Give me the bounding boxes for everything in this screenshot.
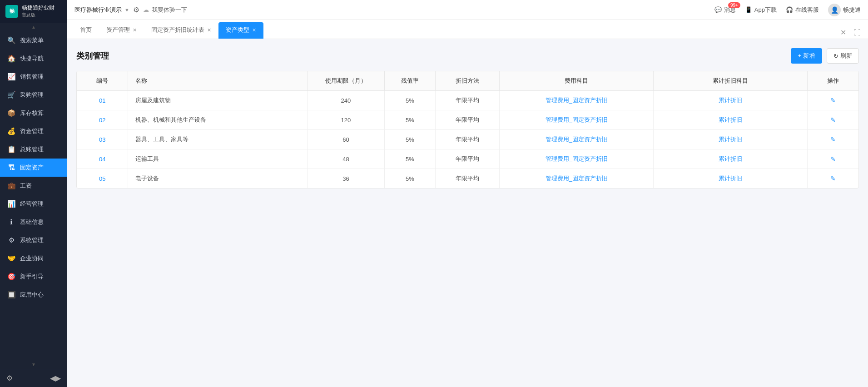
- new-button[interactable]: + 新增: [791, 48, 822, 64]
- sidebar-item-cooperation[interactable]: 🤝 企业协同: [0, 249, 67, 268]
- tabbar-actions: ✕ ⛶: [838, 26, 863, 39]
- sidebar-item-app-center[interactable]: 🔲 应用中心: [0, 286, 67, 304]
- guide-icon: 🎯: [7, 273, 15, 281]
- collapse-icon[interactable]: ◀▶: [50, 374, 61, 382]
- cell-depreciation-method: 年限平均: [436, 110, 500, 130]
- sidebar-item-fixed-assets[interactable]: 🏗 固定资产: [0, 159, 67, 177]
- cell-cost-subject: 管理费用_固定资产折旧: [500, 91, 654, 110]
- cell-accum-subject: 累计折旧: [654, 169, 808, 189]
- tab-home[interactable]: 首页: [73, 22, 99, 39]
- tab-expand-icon[interactable]: ⛶: [852, 27, 863, 39]
- settings-icon[interactable]: ⚙: [6, 374, 13, 382]
- cell-accum-subject: 累计折旧: [654, 91, 808, 110]
- tab-asset-types-close[interactable]: ✕: [252, 27, 256, 33]
- cell-accum-subject: 累计折旧: [654, 110, 808, 130]
- tab-fixed-assets-table[interactable]: 固定资产折旧统计表 ✕: [144, 22, 218, 39]
- operations-icon: 📊: [7, 200, 15, 208]
- page-header: 类别管理 + 新增 ↻ 刷新: [76, 48, 859, 64]
- cell-period: 48: [308, 149, 384, 169]
- sidebar-item-payroll[interactable]: 💼 工资: [0, 177, 67, 195]
- sidebar-item-operations-label: 经营管理: [20, 200, 44, 208]
- cell-period: 36: [308, 169, 384, 189]
- sidebar-item-quick-nav-label: 快捷导航: [20, 55, 44, 63]
- cell-residual-rate: 5%: [384, 91, 436, 110]
- purchase-icon: 🛒: [7, 91, 15, 99]
- edit-button[interactable]: ✎: [830, 155, 836, 163]
- cell-code: 05: [77, 169, 128, 189]
- experience-button[interactable]: ☁ 我要体验一下: [143, 6, 187, 14]
- tab-asset-types[interactable]: 资产类型 ✕: [218, 22, 263, 39]
- edit-button[interactable]: ✎: [830, 116, 836, 124]
- customer-service-button[interactable]: 🎧 在线客服: [786, 6, 819, 14]
- tab-asset-types-label: 资产类型: [226, 26, 249, 34]
- refresh-button[interactable]: ↻ 刷新: [827, 48, 859, 64]
- sidebar-item-basic-info[interactable]: ℹ 基础信息: [0, 213, 67, 231]
- sidebar-item-purchase-label: 采购管理: [20, 91, 44, 99]
- capital-icon: 💰: [7, 127, 15, 135]
- app-center-icon: 🔲: [7, 291, 15, 299]
- tab-assets-mgmt-close[interactable]: ✕: [133, 27, 137, 33]
- logo-badge: 普及版: [22, 12, 55, 18]
- company-name: 医疗器械行业演示: [74, 6, 122, 14]
- table-row: 02 机器、机械和其他生产设备 120 5% 年限平均 管理费用_固定资产折旧 …: [77, 110, 858, 130]
- fixed-assets-icon: 🏗: [7, 164, 15, 172]
- tab-assets-mgmt[interactable]: 资产管理 ✕: [99, 22, 144, 39]
- tabbar: 首页 资产管理 ✕ 固定资产折旧统计表 ✕ 资产类型 ✕ ✕ ⛶: [67, 20, 868, 39]
- edit-button[interactable]: ✎: [830, 97, 836, 104]
- sidebar-item-ledger[interactable]: 📋 总账管理: [0, 140, 67, 159]
- table-row: 04 运输工具 48 5% 年限平均 管理费用_固定资产折旧 累计折旧 ✎: [77, 149, 858, 169]
- sales-icon: 📈: [7, 73, 15, 81]
- company-dropdown-icon: ▼: [124, 7, 129, 13]
- sidebar-nav: 🔍 搜索菜单 🏠 快捷导航 📈 销售管理 🛒 采购管理 📦 库存核算 💰 资金管…: [0, 31, 67, 360]
- sidebar-item-sales[interactable]: 📈 销售管理: [0, 68, 67, 86]
- col-header-cost: 费用科目: [500, 71, 654, 91]
- edit-button[interactable]: ✎: [830, 136, 836, 143]
- sidebar-item-capital-label: 资金管理: [20, 127, 44, 135]
- cell-name: 运输工具: [128, 149, 308, 169]
- tab-fixed-assets-table-close[interactable]: ✕: [207, 27, 211, 33]
- message-badge: 99+: [728, 2, 740, 8]
- cell-depreciation-method: 年限平均: [436, 130, 500, 149]
- cell-code: 01: [77, 91, 128, 110]
- category-table: 编号 名称 使用期限（月） 残值率 折旧方法 费用科目 累计折旧科目 操作 01…: [77, 71, 858, 188]
- download-icon: 📱: [745, 6, 752, 13]
- cell-name: 机器、机械和其他生产设备: [128, 110, 308, 130]
- cell-action: ✎: [807, 91, 858, 110]
- sidebar-item-beginner[interactable]: 🎯 新手引导: [0, 268, 67, 286]
- sidebar-item-quick-nav[interactable]: 🏠 快捷导航: [0, 50, 67, 68]
- app-download-label: App下载: [754, 6, 777, 14]
- cell-code: 04: [77, 149, 128, 169]
- refresh-label: 刷新: [840, 52, 852, 60]
- company-selector[interactable]: 医疗器械行业演示 ▼: [74, 6, 129, 14]
- sidebar-item-operations[interactable]: 📊 经营管理: [0, 195, 67, 213]
- page-actions: + 新增 ↻ 刷新: [791, 48, 859, 64]
- sidebar-item-system[interactable]: ⚙ 系统管理: [0, 231, 67, 249]
- edit-button[interactable]: ✎: [830, 175, 836, 182]
- cell-code: 02: [77, 110, 128, 130]
- sidebar-item-system-label: 系统管理: [20, 236, 44, 244]
- sidebar-item-payroll-label: 工资: [20, 182, 32, 190]
- message-button[interactable]: 💬 消息 99+: [714, 6, 736, 14]
- cooperation-icon: 🤝: [7, 254, 15, 263]
- app-download-button[interactable]: 📱 App下载: [745, 6, 777, 14]
- cloud-icon: ☁: [143, 6, 149, 13]
- content-area: 类别管理 + 新增 ↻ 刷新 编号 名称 使用期限（月） 残值率 折旧方法: [67, 39, 868, 387]
- sidebar-item-basic-info-label: 基础信息: [20, 218, 44, 226]
- data-table: 编号 名称 使用期限（月） 残值率 折旧方法 费用科目 累计折旧科目 操作 01…: [76, 71, 859, 189]
- refresh-icon: ↻: [833, 53, 838, 60]
- sidebar-item-inventory[interactable]: 📦 库存核算: [0, 104, 67, 122]
- col-header-code: 编号: [77, 71, 128, 91]
- main-area: 医疗器械行业演示 ▼ ⚙ ☁ 我要体验一下 💬 消息 99+ 📱 App下载 🎧…: [67, 0, 868, 387]
- tab-assets-mgmt-label: 资产管理: [106, 26, 130, 34]
- user-menu[interactable]: 👤 畅捷通: [828, 4, 861, 16]
- tab-close-all-icon[interactable]: ✕: [838, 26, 848, 39]
- settings-icon[interactable]: ⚙: [133, 5, 139, 14]
- sidebar-item-search[interactable]: 🔍 搜索菜单: [0, 31, 67, 50]
- cell-cost-subject: 管理费用_固定资产折旧: [500, 110, 654, 130]
- tab-fixed-assets-table-label: 固定资产折旧统计表: [151, 26, 204, 34]
- sidebar-item-purchase[interactable]: 🛒 采购管理: [0, 86, 67, 104]
- search-icon: 🔍: [7, 36, 15, 45]
- sidebar-item-capital[interactable]: 💰 资金管理: [0, 122, 67, 140]
- cell-residual-rate: 5%: [384, 169, 436, 189]
- col-header-name: 名称: [128, 71, 308, 91]
